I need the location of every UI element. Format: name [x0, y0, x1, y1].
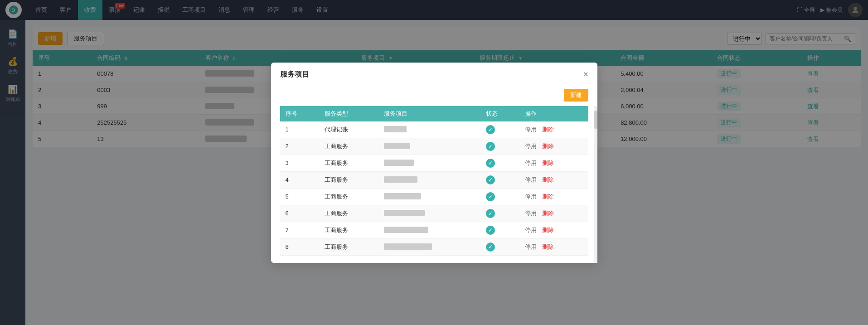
delete-btn[interactable]: 删除	[542, 160, 554, 166]
scell-status: ✓	[480, 222, 519, 238]
scell-type: 工商服务	[319, 222, 378, 238]
scell-type: 工商服务	[319, 188, 378, 205]
status-check-icon: ✓	[486, 159, 495, 168]
stop-btn[interactable]: 停用	[525, 210, 537, 217]
service-table-row: 6 工商服务 ██████ ✓ 停用 删除	[280, 205, 588, 222]
status-check-icon: ✓	[486, 125, 495, 134]
scell-item: ██注册	[378, 238, 480, 255]
delete-btn[interactable]: 删除	[542, 126, 554, 133]
service-table-row: 4 工商服务 ████ ✓ 停用 删除	[280, 171, 588, 188]
stop-btn[interactable]: 停用	[525, 193, 537, 200]
delete-btn[interactable]: 删除	[542, 227, 554, 233]
delete-btn[interactable]: 删除	[542, 176, 554, 183]
scell-item: ████	[378, 222, 480, 238]
delete-btn[interactable]: 删除	[542, 243, 554, 250]
scell-status: ✓	[480, 171, 519, 188]
scell-action: 停用 删除	[519, 222, 588, 238]
modal-overlay[interactable]: 服务项目 × 新建 序号 服务类型 服务项目 状态 操作 1 代理记账	[0, 0, 868, 325]
service-table-row: 7 工商服务 ████ ✓ 停用 删除	[280, 222, 588, 238]
scell-seq: 2	[280, 138, 319, 155]
status-check-icon: ✓	[486, 243, 495, 252]
service-table-row: 3 工商服务 ████ ✓ 停用 删除	[280, 155, 588, 171]
modal-title: 服务项目	[280, 70, 309, 79]
delete-btn[interactable]: 删除	[542, 193, 554, 200]
sth-seq: 序号	[280, 106, 319, 121]
stop-btn[interactable]: 停用	[525, 176, 537, 183]
modal-header: 服务项目 ×	[271, 63, 597, 84]
modal-close-btn[interactable]: ×	[583, 70, 588, 78]
modal-new-btn[interactable]: 新建	[564, 89, 588, 102]
status-check-icon: ✓	[486, 192, 495, 201]
delete-btn[interactable]: 删除	[542, 143, 554, 150]
modal-body: 序号 服务类型 服务项目 状态 操作 1 代理记账 ██████1 ✓ 停用 删…	[271, 106, 597, 263]
scell-item: ████	[378, 138, 480, 155]
scell-type: 工商服务	[319, 238, 378, 255]
scell-status: ✓	[480, 155, 519, 171]
scell-type: 工商服务	[319, 205, 378, 222]
scell-item: ██████1	[378, 121, 480, 138]
scell-type: 代理记账	[319, 121, 378, 138]
scell-type: 工商服务	[319, 171, 378, 188]
scell-action: 停用 删除	[519, 205, 588, 222]
scell-seq: 6	[280, 205, 319, 222]
service-table-body: 1 代理记账 ██████1 ✓ 停用 删除 2 工商服务 ████ ✓ 停用 …	[280, 121, 588, 256]
scell-seq: 7	[280, 222, 319, 238]
scell-status: ✓	[480, 138, 519, 155]
sth-type: 服务类型	[319, 106, 378, 121]
scell-item: ████	[378, 171, 480, 188]
scrollbar-thumb[interactable]	[594, 111, 597, 129]
status-check-icon: ✓	[486, 226, 495, 235]
service-table: 序号 服务类型 服务项目 状态 操作 1 代理记账 ██████1 ✓ 停用 删…	[280, 106, 588, 256]
scell-action: 停用 删除	[519, 171, 588, 188]
scell-type: 工商服务	[319, 155, 378, 171]
service-table-row: 5 工商服务 ████ ✓ 停用 删除	[280, 188, 588, 205]
scell-seq: 1	[280, 121, 319, 138]
stop-btn[interactable]: 停用	[525, 243, 537, 250]
scell-seq: 8	[280, 238, 319, 255]
sth-status: 状态	[480, 106, 519, 121]
scell-action: 停用 删除	[519, 188, 588, 205]
service-table-row: 2 工商服务 ████ ✓ 停用 删除	[280, 138, 588, 155]
scell-seq: 5	[280, 188, 319, 205]
scell-item: ██████	[378, 205, 480, 222]
status-check-icon: ✓	[486, 175, 495, 184]
service-modal: 服务项目 × 新建 序号 服务类型 服务项目 状态 操作 1 代理记账	[271, 63, 597, 263]
scell-status: ✓	[480, 238, 519, 255]
sth-action: 操作	[519, 106, 588, 121]
delete-btn[interactable]: 删除	[542, 210, 554, 217]
stop-btn[interactable]: 停用	[525, 126, 537, 133]
status-check-icon: ✓	[486, 142, 495, 151]
sth-item: 服务项目	[378, 106, 480, 121]
stop-btn[interactable]: 停用	[525, 160, 537, 166]
stop-btn[interactable]: 停用	[525, 143, 537, 150]
scell-seq: 3	[280, 155, 319, 171]
scell-action: 停用 删除	[519, 238, 588, 255]
scell-status: ✓	[480, 205, 519, 222]
scell-action: 停用 删除	[519, 121, 588, 138]
scell-status: ✓	[480, 188, 519, 205]
stop-btn[interactable]: 停用	[525, 227, 537, 233]
scell-type: 工商服务	[319, 138, 378, 155]
status-check-icon: ✓	[486, 209, 495, 218]
service-header-row: 序号 服务类型 服务项目 状态 操作	[280, 106, 588, 121]
scrollbar-track[interactable]	[594, 106, 597, 263]
scell-item: ████	[378, 188, 480, 205]
scell-status: ✓	[480, 121, 519, 138]
scell-seq: 4	[280, 171, 319, 188]
service-table-row: 8 工商服务 ██注册 ✓ 停用 删除	[280, 238, 588, 255]
scell-action: 停用 删除	[519, 155, 588, 171]
service-table-row: 1 代理记账 ██████1 ✓ 停用 删除	[280, 121, 588, 138]
scell-item: ████	[378, 155, 480, 171]
scell-action: 停用 删除	[519, 138, 588, 155]
modal-toolbar: 新建	[271, 84, 597, 106]
